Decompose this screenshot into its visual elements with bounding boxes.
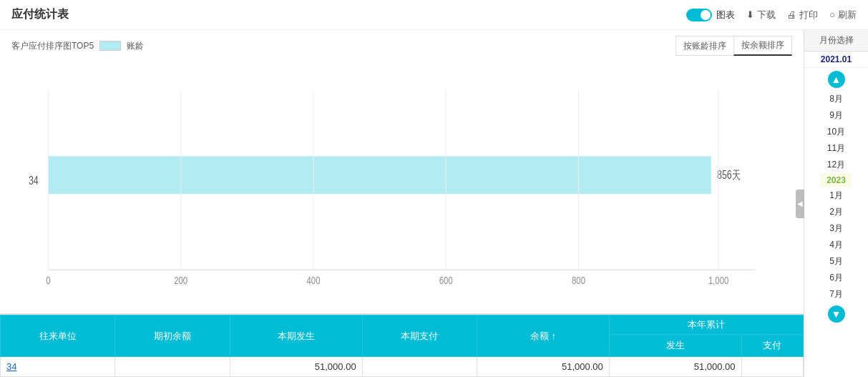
table-row: 34 51,000.00 51,000.00 51,000.00 xyxy=(1,357,804,377)
data-table: 往来单位 期初余额 本期发生 本期支付 余额 ↑ 本年累计 发生 xyxy=(0,315,804,377)
chart-toggle[interactable] xyxy=(686,9,712,21)
sidebar-collapse-button[interactable]: ◀ xyxy=(796,190,804,218)
refresh-icon: ○ xyxy=(829,9,835,20)
cell-balance: 51,000.00 xyxy=(477,357,610,377)
col-current-pay: 本期支付 xyxy=(362,315,477,357)
sidebar-nav: ▲ 8月9月10月11月12月20231月2月3月4月5月6月7月 ▼ xyxy=(804,68,868,325)
col-ytd-occur: 发生 xyxy=(609,335,741,357)
svg-text:34: 34 xyxy=(29,174,39,187)
header-actions: 图表 ⬇ 下载 🖨 打印 ○ 刷新 xyxy=(686,9,857,21)
sidebar-header: 月份选择 xyxy=(804,30,868,52)
svg-rect-1 xyxy=(48,156,711,194)
chart-legend: 客户应付排序图TOP5 账龄 xyxy=(11,40,144,52)
sidebar-month-item[interactable]: 1月 xyxy=(821,187,852,204)
month-sidebar: ◀ 月份选择 2021.01 ▲ 8月9月10月11月12月20231月2月3月… xyxy=(804,30,868,377)
sidebar-month-item[interactable]: 9月 xyxy=(821,107,852,124)
sidebar-month-item[interactable]: 6月 xyxy=(821,270,852,286)
sidebar-year-label[interactable]: 2023 xyxy=(821,173,852,187)
sidebar-month-item[interactable]: 2月 xyxy=(821,204,852,220)
svg-text:400: 400 xyxy=(307,275,321,287)
sort-by-amount-button[interactable]: 按账龄排序 xyxy=(676,36,733,56)
sidebar-up-arrow[interactable]: ▲ xyxy=(828,71,845,88)
toggle-label: 图表 xyxy=(716,9,735,21)
print-icon: 🖨 xyxy=(787,9,796,20)
sidebar-month-item[interactable]: 4月 xyxy=(821,237,852,253)
col-unit: 往来单位 xyxy=(1,315,115,357)
legend-box xyxy=(99,41,121,51)
svg-text:0: 0 xyxy=(46,275,50,287)
sidebar-months-list: 8月9月10月11月12月20231月2月3月4月5月6月7月 xyxy=(821,91,852,303)
col-ytd: 本年累计 xyxy=(609,315,803,335)
svg-text:600: 600 xyxy=(439,275,453,287)
svg-text:200: 200 xyxy=(174,275,187,287)
sidebar-month-item[interactable]: 12月 xyxy=(821,157,852,173)
sidebar-month-item[interactable]: 10月 xyxy=(821,124,852,140)
col-balance: 余额 ↑ xyxy=(477,315,610,357)
table-area: 往来单位 期初余额 本期发生 本期支付 余额 ↑ 本年累计 发生 xyxy=(0,313,804,377)
svg-text:1,000: 1,000 xyxy=(708,275,728,287)
cell-current-pay xyxy=(362,357,477,377)
cell-current-occur: 51,000.00 xyxy=(230,357,362,377)
chart-container: 34 856天 0 200 400 600 800 1,000 xyxy=(0,62,804,313)
download-icon: ⬇ xyxy=(746,9,754,20)
col-ytd-pay: 支付 xyxy=(741,335,803,357)
print-button[interactable]: 🖨 打印 xyxy=(787,9,818,21)
sidebar-down-arrow[interactable]: ▼ xyxy=(828,305,845,323)
table-body: 34 51,000.00 51,000.00 51,000.00 xyxy=(1,357,804,377)
chart-sort-controls: 按账龄排序 按余额排序 xyxy=(676,36,792,56)
unit-link[interactable]: 34 xyxy=(6,361,16,372)
sidebar-month-item[interactable]: 7月 xyxy=(821,286,852,303)
sidebar-month-item[interactable]: 11月 xyxy=(821,140,852,157)
col-current-occur: 本期发生 xyxy=(230,315,362,357)
refresh-button[interactable]: ○ 刷新 xyxy=(829,9,857,21)
chart-toggle-container: 图表 xyxy=(686,9,735,21)
cell-opening xyxy=(115,357,230,377)
legend-label: 客户应付排序图TOP5 xyxy=(11,40,94,52)
col-opening: 期初余额 xyxy=(115,315,230,357)
svg-text:800: 800 xyxy=(572,275,585,287)
chart-svg: 34 856天 0 200 400 600 800 1,000 xyxy=(11,62,792,308)
sidebar-month-item[interactable]: 3月 xyxy=(821,220,852,237)
cell-ytd-occur: 51,000.00 xyxy=(609,357,741,377)
table-header-row: 往来单位 期初余额 本期发生 本期支付 余额 ↑ 本年累计 xyxy=(1,315,804,335)
page-header: 应付统计表 图表 ⬇ 下载 🖨 打印 ○ 刷新 xyxy=(0,0,868,30)
cell-unit: 34 xyxy=(1,357,115,377)
sidebar-current-date: 2021.01 xyxy=(804,52,868,68)
page-title: 应付统计表 xyxy=(11,7,69,22)
chart-table-area: 客户应付排序图TOP5 账龄 按账龄排序 按余额排序 34 856天 xyxy=(0,30,804,377)
sort-by-balance-button[interactable]: 按余额排序 xyxy=(733,36,792,56)
chart-header: 客户应付排序图TOP5 账龄 按账龄排序 按余额排序 xyxy=(0,30,804,62)
sort-icon[interactable]: ↑ xyxy=(552,331,557,341)
svg-text:856天: 856天 xyxy=(717,169,741,182)
main-content: 客户应付排序图TOP5 账龄 按账龄排序 按余额排序 34 856天 xyxy=(0,30,868,377)
download-button[interactable]: ⬇ 下载 xyxy=(746,9,776,21)
cell-ytd-pay xyxy=(741,357,803,377)
sidebar-month-item[interactable]: 8月 xyxy=(821,91,852,107)
legend-box-label: 账龄 xyxy=(127,40,144,52)
sidebar-month-item[interactable]: 5月 xyxy=(821,253,852,270)
